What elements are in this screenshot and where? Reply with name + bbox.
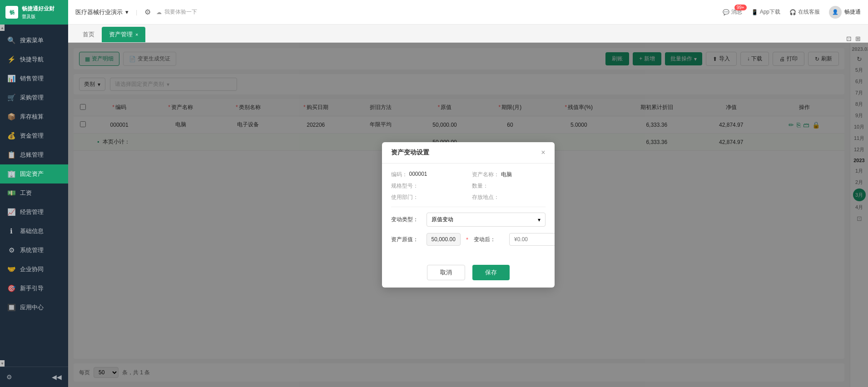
modal-overlay[interactable]: 资产变动设置 × 编码： 000001 资产名称： 电脑 xyxy=(68,43,868,387)
purchase-icon: 🛒 xyxy=(7,94,15,102)
code-label: 编码： xyxy=(391,171,407,179)
tab-home-label: 首页 xyxy=(83,30,94,39)
user-menu[interactable]: 👤 畅捷通 xyxy=(829,6,861,19)
location-label: 存放地点： xyxy=(472,194,499,201)
service-button[interactable]: 🎧 在线客服 xyxy=(789,8,820,16)
sidebar-item-label: 总账管理 xyxy=(20,151,44,159)
asset-original-value: 50,000.00 xyxy=(427,233,461,246)
asset-name-value: 电脑 xyxy=(501,171,512,179)
sidebar-item-app-center[interactable]: 🔲 应用中心 xyxy=(0,298,68,317)
sidebar-item-label: 新手引导 xyxy=(20,284,44,293)
tab-asset-management[interactable]: 资产管理 × xyxy=(102,27,145,42)
cloud-experience-button[interactable]: ☁ 我要体验一下 xyxy=(156,8,197,16)
tab-bar: 首页 资产管理 × ⊡ ⊞ xyxy=(68,25,868,43)
company-selector[interactable]: 医疗器械行业演示 ▾ xyxy=(75,8,129,16)
modal-info-grid: 编码： 000001 资产名称： 电脑 规格型号： 数量： xyxy=(391,171,546,207)
brand-edition: 普及版 xyxy=(22,14,55,20)
change-type-select[interactable]: 原值变动 ▾ xyxy=(427,213,546,227)
sidebar-item-label: 搜索菜单 xyxy=(20,36,44,45)
asset-value-row: 资产原值： 50,000.00 * 变动后： xyxy=(391,233,546,246)
sidebar-item-guide[interactable]: 🎯 新手引导 xyxy=(0,279,68,298)
sidebar-item-label: 固定资产 xyxy=(20,170,44,178)
top-bar: 医疗器械行业演示 ▾ | ⚙ ☁ 我要体验一下 💬 消息 99+ 📱 App下载… xyxy=(68,0,868,25)
sidebar-item-payroll[interactable]: 💵 工资 xyxy=(0,184,68,203)
sidebar-item-search[interactable]: 🔍 搜索菜单 xyxy=(0,31,68,50)
sidebar-item-basic-info[interactable]: ℹ 基础信息 xyxy=(0,222,68,241)
message-icon: 💬 xyxy=(723,9,729,15)
payroll-icon: 💵 xyxy=(7,189,15,197)
sidebar-item-fixed-assets[interactable]: 🏢 固定资产 xyxy=(0,164,68,184)
asset-name-label: 资产名称： xyxy=(472,171,499,179)
headset-icon: 🎧 xyxy=(789,9,796,15)
app-download-button[interactable]: 📱 App下载 xyxy=(751,8,780,16)
brand-icon: 畅 xyxy=(5,6,18,19)
modal-code: 编码： 000001 xyxy=(391,171,465,179)
sidebar-item-quick-nav[interactable]: ⚡ 快捷导航 xyxy=(0,50,68,69)
asset-original-label: 资产原值： xyxy=(391,236,423,243)
main-area: 医疗器械行业演示 ▾ | ⚙ ☁ 我要体验一下 💬 消息 99+ 📱 App下载… xyxy=(68,0,868,387)
after-change-input[interactable] xyxy=(509,233,555,246)
cancel-button[interactable]: 取消 xyxy=(427,265,465,280)
sidebar-item-system[interactable]: ⚙ 系统管理 xyxy=(0,241,68,260)
sidebar-item-label: 销售管理 xyxy=(20,74,44,83)
sidebar-item-label: 系统管理 xyxy=(20,246,44,254)
settings-button[interactable]: ⚙ xyxy=(5,372,14,382)
company-name: 医疗器械行业演示 xyxy=(75,8,123,16)
messages-button[interactable]: 💬 消息 99+ xyxy=(723,8,742,16)
asset-change-modal: 资产变动设置 × 编码： 000001 资产名称： 电脑 xyxy=(382,142,555,288)
sidebar-item-collab[interactable]: 🤝 企业协同 xyxy=(0,260,68,279)
modal-spec: 规格型号： xyxy=(391,182,465,190)
phone-icon: 📱 xyxy=(751,9,758,15)
sidebar-item-purchase[interactable]: 🛒 采购管理 xyxy=(0,88,68,107)
tab-window-controls: ⊡ ⊞ xyxy=(846,35,861,42)
basic-info-icon: ℹ xyxy=(7,227,15,235)
collapse-sidebar-button[interactable]: ◀◀ xyxy=(50,372,64,382)
sidebar-item-label: 快捷导航 xyxy=(20,55,44,64)
modal-asset-name: 资产名称： 电脑 xyxy=(472,171,546,179)
cloud-icon: ☁ xyxy=(156,9,162,15)
spec-label: 规格型号： xyxy=(391,182,418,190)
window-restore-icon[interactable]: ⊡ xyxy=(846,35,852,42)
modal-title: 资产变动设置 xyxy=(391,149,429,157)
sidebar-item-label: 工资 xyxy=(20,189,32,197)
change-type-value: 原值变动 xyxy=(432,216,453,223)
divider: | xyxy=(136,9,137,15)
modal-footer: 取消 保存 xyxy=(382,259,555,288)
ops-icon: 📈 xyxy=(7,208,15,216)
tab-close-icon[interactable]: × xyxy=(135,32,138,37)
scroll-down-arrow[interactable]: ▼ xyxy=(0,360,5,367)
guide-icon: 🎯 xyxy=(7,284,15,293)
change-type-label: 变动类型： xyxy=(391,216,423,223)
app-center-icon: 🔲 xyxy=(7,303,15,312)
sidebar-item-ops[interactable]: 📈 经营管理 xyxy=(0,203,68,222)
tab-home[interactable]: 首页 xyxy=(75,27,102,42)
topbar-settings-button[interactable]: ⚙ xyxy=(144,8,151,16)
cloud-text: 我要体验一下 xyxy=(164,8,197,16)
sidebar-item-finance[interactable]: 💰 资金管理 xyxy=(0,126,68,145)
brand-name: 畅捷通好业财 xyxy=(22,5,55,13)
modal-close-button[interactable]: × xyxy=(541,149,545,157)
sidebar-menu: 🔍 搜索菜单 ⚡ 快捷导航 📊 销售管理 🛒 采购管理 📦 库存核算 💰 资金管… xyxy=(0,31,68,360)
modal-quantity: 数量： xyxy=(472,182,546,190)
service-label: 在线客服 xyxy=(798,8,820,16)
tab-asset-label: 资产管理 xyxy=(109,30,133,39)
quick-nav-icon: ⚡ xyxy=(7,55,15,64)
window-expand-icon[interactable]: ⊞ xyxy=(855,35,861,42)
sidebar-item-label: 库存核算 xyxy=(20,113,44,121)
search-icon: 🔍 xyxy=(7,36,15,45)
save-button[interactable]: 保存 xyxy=(472,265,510,280)
quantity-label: 数量： xyxy=(472,182,488,190)
messages-badge: 99+ xyxy=(734,5,747,10)
change-type-row: 变动类型： 原值变动 ▾ xyxy=(391,213,546,227)
after-change-label: 变动后： xyxy=(474,236,506,243)
sidebar-item-label: 应用中心 xyxy=(20,303,44,312)
sidebar-item-ledger[interactable]: 📋 总账管理 xyxy=(0,145,68,164)
modal-body: 编码： 000001 资产名称： 电脑 规格型号： 数量： xyxy=(382,164,555,259)
finance-icon: 💰 xyxy=(7,132,15,140)
modal-dept: 使用部门： xyxy=(391,194,465,201)
modal-location: 存放地点： xyxy=(472,194,546,201)
scroll-up-arrow[interactable]: ▲ xyxy=(0,25,5,31)
fixed-assets-icon: 🏢 xyxy=(7,170,15,178)
sidebar-item-inventory[interactable]: 📦 库存核算 xyxy=(0,107,68,126)
sidebar-item-sales[interactable]: 📊 销售管理 xyxy=(0,69,68,88)
